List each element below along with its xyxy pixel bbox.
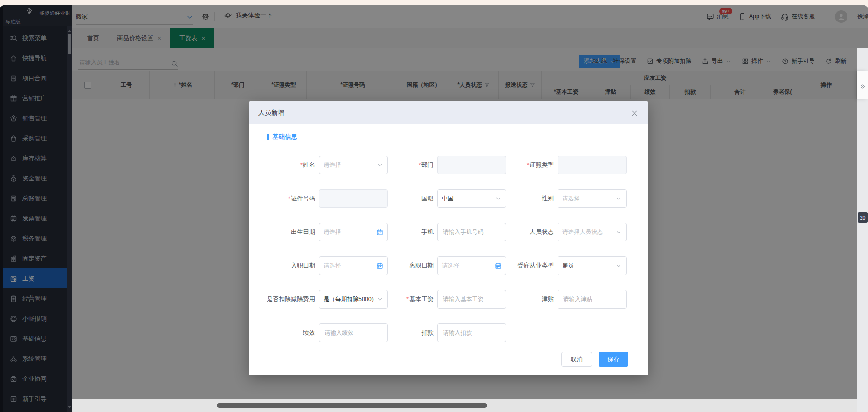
field-performance-input-wrap — [319, 323, 388, 342]
calendar-icon — [376, 229, 383, 236]
form-item-cert-type: *证照类型 — [506, 156, 627, 174]
add-employee-modal: 人员新增 基础信息 *姓名请选择*部门*证照类型*证件号码国籍中国性别请选择出生… — [249, 101, 648, 375]
field-mobile-label: 手机 — [388, 228, 437, 236]
form-item-gender: 性别请选择 — [506, 189, 627, 208]
form-item-birth-date: 出生日期请选择 — [249, 223, 388, 241]
field-allowance-input[interactable] — [562, 295, 622, 303]
field-name-select[interactable]: 请选择 — [319, 156, 388, 174]
form-item-allowance: 津贴 — [506, 290, 627, 309]
close-icon — [631, 110, 638, 117]
modal-title: 人员新增 — [258, 109, 284, 117]
section-bar — [267, 134, 269, 140]
field-hire-date-label: 入职日期 — [249, 261, 319, 270]
field-deduction-flag-select[interactable]: 是（每期扣除5000） — [319, 290, 388, 309]
field-allowance-label: 津贴 — [506, 295, 558, 303]
horizontal-scrollbar[interactable] — [72, 399, 857, 412]
cancel-button[interactable]: 取消 — [561, 352, 592, 367]
double-chevron-right-icon — [860, 83, 866, 89]
chevron-down-icon — [377, 162, 383, 168]
section-title: 基础信息 — [272, 133, 297, 141]
field-deduction-input-wrap — [437, 323, 506, 342]
field-nationality-label: 国籍 — [388, 194, 437, 203]
field-deduction-flag-label: 是否扣除减除费用 — [249, 295, 319, 303]
right-edge-panel: 20 — [857, 48, 868, 412]
close-modal-wrap[interactable] — [631, 109, 639, 117]
field-cert-number-label: *证件号码 — [249, 194, 319, 203]
chevron-down-icon — [377, 296, 383, 302]
field-mobile-input[interactable] — [442, 228, 502, 236]
basic-info-section-header: 基础信息 — [267, 133, 297, 141]
save-button[interactable]: 保存 — [599, 352, 628, 367]
expand-columns-button[interactable] — [857, 71, 868, 99]
form-item-name: *姓名请选择 — [249, 156, 388, 174]
form-item-deduction: 扣款 — [388, 323, 506, 342]
form-item-leave-date: 离职日期请选择 — [388, 256, 506, 275]
field-department-input-disabled — [437, 156, 506, 174]
field-deduction-label: 扣款 — [388, 329, 437, 337]
form-item-hire-date: 入职日期请选择 — [249, 256, 388, 275]
modal-footer: 取消 保存 — [561, 352, 628, 367]
field-birth-date-label: 出生日期 — [249, 228, 319, 236]
field-base-salary-input[interactable] — [442, 295, 502, 303]
field-performance-label: 绩效 — [249, 329, 319, 337]
field-department-label: *部门 — [388, 161, 437, 169]
form-item-employee-status: 人员状态请选择人员状态 — [506, 223, 627, 241]
calendar-icon — [495, 262, 502, 269]
field-base-salary-input-wrap — [437, 290, 506, 309]
field-name-label: *姓名 — [249, 161, 319, 169]
chevron-down-icon — [615, 195, 622, 202]
field-nationality-select[interactable]: 中国 — [437, 189, 506, 208]
field-leave-date-label: 离职日期 — [388, 261, 437, 270]
field-leave-date-datepicker[interactable]: 请选择 — [437, 256, 506, 275]
field-employment-type-label: 受雇从业类型 — [506, 261, 558, 270]
field-employment-type-select[interactable]: 雇员 — [558, 256, 627, 275]
app-window: 畅捷通好业财 标准版 搜索菜单快捷导航项目合同营销推广销售管理采购管理库存核算资… — [0, 5, 868, 412]
chevron-down-icon — [615, 229, 622, 235]
form-item-mobile: 手机 — [388, 223, 506, 241]
form-item-performance: 绩效 — [249, 323, 388, 342]
field-birth-date-datepicker[interactable]: 请选择 — [319, 223, 388, 241]
field-allowance-input-wrap — [558, 290, 627, 309]
field-gender-select[interactable]: 请选择 — [558, 189, 627, 208]
chevron-down-icon — [615, 262, 622, 269]
field-gender-label: 性别 — [506, 194, 558, 203]
form-item-nationality: 国籍中国 — [388, 189, 506, 208]
field-cert-type-label: *证照类型 — [506, 161, 558, 169]
field-mobile-input-wrap — [437, 223, 506, 241]
modal-header: 人员新增 — [249, 101, 648, 124]
field-hire-date-datepicker[interactable]: 请选择 — [319, 256, 388, 275]
field-base-salary-label: *基本工资 — [388, 295, 437, 303]
modal-form: *姓名请选择*部门*证照类型*证件号码国籍中国性别请选择出生日期请选择手机人员状… — [249, 156, 648, 357]
horizontal-scrollbar-thumb[interactable] — [217, 403, 487, 408]
form-item-deduction-flag: 是否扣除减除费用是（每期扣除5000） — [249, 290, 388, 309]
form-item-department: *部门 — [388, 156, 506, 174]
form-item-cert-number: *证件号码 — [249, 189, 388, 208]
field-cert-type-input-disabled — [558, 156, 627, 174]
field-employee-status-label: 人员状态 — [506, 228, 558, 236]
form-item-base-salary: *基本工资 — [388, 290, 506, 309]
right-panel-badge[interactable]: 20 — [858, 212, 868, 223]
field-deduction-input[interactable] — [442, 329, 502, 336]
chevron-down-icon — [495, 195, 502, 202]
form-item-employment-type: 受雇从业类型雇员 — [506, 256, 627, 275]
field-performance-input[interactable] — [324, 329, 383, 336]
calendar-icon — [376, 262, 383, 269]
field-employee-status-select[interactable]: 请选择人员状态 — [558, 223, 627, 241]
field-cert-number-input-disabled — [319, 189, 388, 208]
